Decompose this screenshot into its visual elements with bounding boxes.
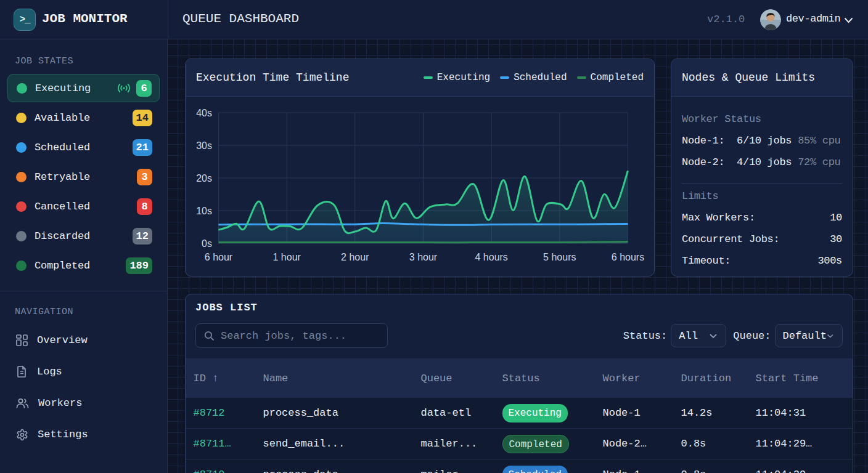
svg-text:5 hours: 5 hours: [543, 252, 576, 262]
svg-text:6 hour: 6 hour: [205, 252, 233, 262]
svg-text:1 hour: 1 hour: [273, 252, 301, 262]
svg-text:20s: 20s: [196, 173, 212, 184]
svg-text:6 hours: 6 hours: [612, 252, 644, 262]
svg-text:10s: 10s: [196, 206, 212, 216]
svg-text:3 hour: 3 hour: [409, 252, 438, 262]
svg-text:30s: 30s: [196, 140, 212, 151]
svg-text:2 hour: 2 hour: [341, 252, 369, 262]
svg-text:40s: 40s: [196, 108, 212, 118]
svg-text:0s: 0s: [202, 238, 212, 249]
svg-text:4 hours: 4 hours: [475, 252, 508, 262]
